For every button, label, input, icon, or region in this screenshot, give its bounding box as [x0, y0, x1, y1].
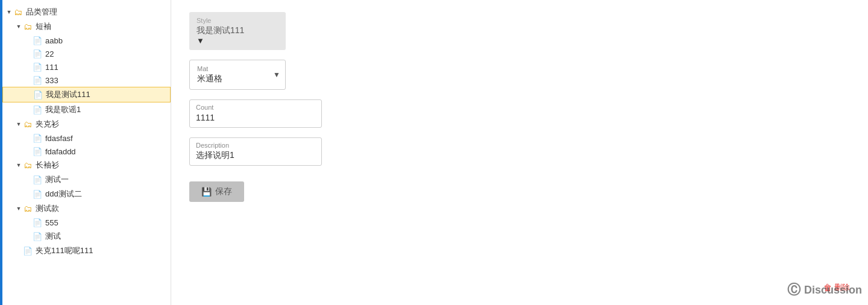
mat-label: Mat [197, 65, 267, 72]
toggle-icon [24, 63, 33, 71]
style-label: Style [197, 17, 268, 24]
tree-item-label: 测试款 [36, 203, 59, 214]
tree-item-label: ddd测试二 [45, 189, 82, 200]
toggle-icon [24, 175, 33, 184]
toggle-icon: ▼ [14, 22, 23, 31]
description-field-group: Description [189, 137, 322, 166]
sidebar-tree: ▼🗂品类管理▼🗂短袖📄aabb📄22📄111📄333📄我是测试111📄我是歌谣1… [2, 0, 171, 305]
toggle-icon [24, 76, 33, 84]
tree-item-555[interactable]: 📄555 [2, 216, 171, 229]
tree-item-333[interactable]: 📄333 [2, 74, 171, 87]
style-chevron-icon: ▼ [197, 36, 204, 45]
discussion-watermark: Ⓒ Discussion [787, 281, 862, 299]
tree-item-jiakechan[interactable]: ▼🗂夹克衫 [2, 117, 171, 131]
style-value: 我是测试111 [197, 25, 268, 36]
discussion-copyright-icon: Ⓒ [787, 281, 800, 299]
toggle-icon [25, 90, 33, 99]
doc-icon: 📄 [33, 133, 42, 143]
count-label: Count [196, 104, 315, 111]
style-select[interactable]: Style 我是测试111 ▼ [189, 12, 286, 50]
mat-value: 米通格 [197, 74, 267, 84]
discussion-label: Discussion [804, 284, 862, 297]
tree-item-label: 短袖 [36, 21, 51, 32]
folder-icon: 🗂 [23, 22, 33, 31]
tree-item-label: 我是测试111 [46, 89, 90, 100]
doc-icon: 📄 [33, 49, 42, 58]
tree-item-ceshi[interactable]: 📄测试 [2, 229, 171, 244]
style-field: Style 我是测试111 ▼ [189, 12, 850, 50]
tree-item-111[interactable]: 📄111 [2, 60, 171, 74]
tree-item-duanxiu[interactable]: ▼🗂短袖 [2, 19, 171, 34]
tree-item-label: fdasfasf [45, 134, 73, 143]
toggle-icon: ▼ [5, 8, 13, 16]
doc-icon: 📄 [33, 231, 42, 241]
description-label: Description [196, 142, 315, 149]
tree-item-fdasfasf[interactable]: 📄fdasfasf [2, 131, 171, 145]
tree-item-label: fdafaddd [45, 147, 76, 156]
toggle-icon [24, 49, 33, 58]
doc-icon: 📄 [33, 218, 42, 227]
tree-item-label: 333 [45, 76, 58, 85]
main-content: Style 我是测试111 ▼ Mat 米通格 ▼ Count Descrip [171, 0, 868, 305]
doc-icon: 📄 [33, 62, 42, 72]
tree-item-label: 22 [45, 49, 54, 58]
toggle-icon [24, 36, 33, 45]
description-input[interactable] [196, 151, 315, 160]
tree-item-root[interactable]: ▼🗂品类管理 [2, 5, 171, 19]
doc-icon: 📄 [33, 36, 42, 45]
folder-icon: 🗂 [23, 160, 33, 170]
tree-item-woshigeyao[interactable]: 📄我是歌谣1 [2, 102, 171, 117]
tree-item-label: 我是歌谣1 [45, 104, 81, 115]
toggle-icon [24, 134, 33, 142]
toggle-icon [14, 247, 23, 255]
toggle-icon: ▼ [14, 120, 23, 128]
tree-item-label: 长袖衫 [36, 160, 59, 171]
doc-icon: 📄 [33, 90, 43, 99]
mat-chevron-icon: ▼ [273, 71, 280, 79]
save-button[interactable]: 💾 保存 [189, 181, 244, 202]
tree-item-ceshi1[interactable]: 📄测试一 [2, 172, 171, 187]
doc-icon: 📄 [33, 75, 42, 85]
folder-icon: 🗂 [23, 119, 33, 129]
tree-item-label: 555 [45, 218, 58, 227]
doc-icon: 📄 [33, 175, 42, 184]
tree-item-label: 夹克衫 [36, 119, 59, 130]
doc-icon: 📄 [33, 146, 42, 156]
tree-item-aabb[interactable]: 📄aabb [2, 34, 171, 47]
folder-icon: 🗂 [23, 204, 33, 213]
toggle-icon [24, 232, 33, 241]
toggle-icon [24, 105, 33, 114]
tree-item-dddceshi2[interactable]: 📄ddd测试二 [2, 187, 171, 201]
toggle-icon [24, 147, 33, 156]
folder-icon: 🗂 [13, 7, 23, 17]
tree-item-label: 夹克111呢呢111 [36, 245, 93, 256]
form-panel: Style 我是测试111 ▼ Mat 米通格 ▼ Count Descrip [171, 0, 868, 305]
toggle-icon [24, 218, 33, 227]
tree-item-label: 测试 [45, 231, 61, 242]
mat-select[interactable]: Mat 米通格 ▼ [189, 60, 286, 90]
toggle-icon: ▼ [14, 161, 23, 169]
tree-item-jake111[interactable]: 📄夹克111呢呢111 [2, 244, 171, 258]
mat-field: Mat 米通格 ▼ [189, 60, 850, 90]
doc-icon: 📄 [33, 189, 42, 199]
tree-item-22[interactable]: 📄22 [2, 47, 171, 60]
tree-item-ceshikuan[interactable]: ▼🗂测试款 [2, 201, 171, 216]
tree-item-fdafaddd[interactable]: 📄fdafaddd [2, 145, 171, 158]
count-field-group: Count [189, 99, 322, 128]
tree-item-label: 111 [45, 63, 58, 72]
doc-icon: 📄 [33, 105, 42, 115]
toggle-icon: ▼ [14, 204, 23, 213]
tree-item-label: 测试一 [45, 174, 69, 185]
toggle-icon [24, 190, 33, 198]
save-label: 保存 [215, 186, 232, 197]
doc-icon: 📄 [23, 246, 33, 256]
tree-item-changxiuchan[interactable]: ▼🗂长袖衫 [2, 158, 171, 172]
tree-item-label: 品类管理 [26, 7, 57, 17]
count-input[interactable] [196, 113, 315, 122]
tree-item-label: aabb [45, 36, 63, 45]
tree-item-woshi111[interactable]: 📄我是测试111 [2, 87, 171, 102]
save-icon: 💾 [201, 187, 212, 197]
